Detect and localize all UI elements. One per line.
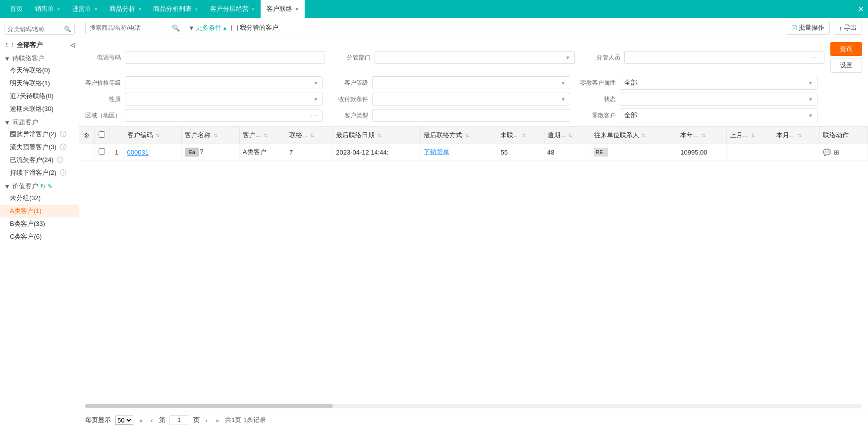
settings-button[interactable]: 设置 — [830, 58, 862, 73]
close-icon[interactable]: × — [138, 6, 141, 12]
filter-status: 状态 ▼ — [580, 93, 817, 106]
group-value-customers[interactable]: ▼ 价值客户 ↻ ✎ — [0, 179, 79, 192]
row-checkbox[interactable] — [99, 148, 105, 155]
page-next-button[interactable]: › — [204, 416, 210, 425]
sidebar-item-hoard-abnormal[interactable]: 囤购异常客户(2) ⓘ — [0, 128, 79, 141]
per-page-select[interactable]: 50 — [115, 416, 133, 425]
col-header-overdue[interactable]: 逾期... ⇅ — [544, 127, 591, 144]
page-first-button[interactable]: « — [137, 416, 145, 425]
main-search-input[interactable] — [90, 24, 172, 31]
edit-icon[interactable]: ✎ — [48, 183, 53, 190]
home-label: 首页 — [10, 4, 23, 13]
sidebar-item-tomorrow-pending[interactable]: 明天待联络(1) — [0, 77, 79, 90]
retail-attr-select[interactable]: 全部 ▼ — [620, 76, 817, 90]
nav-tab-sales[interactable]: 销售单 × — [29, 0, 66, 18]
col-header-type[interactable]: 客户... ⇅ — [239, 127, 286, 144]
settings-column-header[interactable]: ⚙ — [79, 127, 94, 144]
group-label: 价值客户 — [12, 182, 38, 191]
my-customers-check[interactable] — [231, 25, 238, 31]
col-header-uncontacted[interactable]: 未联... ⇅ — [497, 127, 544, 144]
price-level-select[interactable]: ▼ — [125, 76, 323, 89]
export-button[interactable]: ↑ 导出 — [834, 21, 863, 35]
group-pending-contact[interactable]: ▼ 待联络客户 — [0, 52, 79, 64]
col-header-last-way[interactable]: 最后联络方式 ⇅ — [421, 127, 497, 144]
col-header-this-year[interactable]: 本年... ⇅ — [677, 127, 727, 144]
sidebar-item-today-pending[interactable]: 今天待联络(0) — [0, 64, 79, 77]
col-header-last-date[interactable]: 最后联络日期 ⇅ — [333, 127, 421, 144]
per-page-label: 每页显示 — [85, 416, 111, 425]
sidebar-item-churned[interactable]: 已流失客户(24) ⓘ — [0, 154, 79, 166]
page-prev-button[interactable]: ‹ — [149, 416, 155, 425]
close-icon[interactable]: × — [252, 6, 255, 12]
sidebar-item-overdue-contact[interactable]: 逾期未联络(30) — [0, 103, 79, 115]
region-input[interactable]: ··· — [125, 109, 323, 122]
customer-level-select[interactable]: ▼ — [372, 76, 570, 89]
col-header-company-contact[interactable]: 往来单位联系人 ⇅ — [591, 127, 677, 144]
tab-label: 客户联络 — [267, 4, 292, 13]
nav-tab-product-list[interactable]: 商品分析列表 × — [147, 0, 204, 18]
close-icon[interactable]: × — [57, 6, 60, 12]
query-button[interactable]: 查询 — [830, 42, 862, 56]
close-all-button[interactable]: ✕ — [858, 4, 864, 14]
all-customers-header[interactable]: ⋮⋮ 全部客户 ◁ — [0, 39, 79, 52]
nature-select[interactable]: ▼ — [125, 93, 323, 106]
chat-icon[interactable]: 💬 — [823, 149, 831, 156]
payment-select[interactable]: ▼ — [372, 93, 570, 106]
retail-select[interactable]: 全部 ▼ — [620, 108, 817, 122]
nav-tab-customer-segment[interactable]: 客户分层经营 × — [204, 0, 261, 18]
tab-label: 客户分层经营 — [210, 4, 249, 13]
page-last-button[interactable]: » — [214, 416, 221, 425]
sort-icon: ⇅ — [214, 133, 217, 138]
group-problem-customers[interactable]: ▼ 问题客户 — [0, 115, 79, 128]
my-customers-checkbox[interactable]: 我分管的客户 — [231, 23, 278, 32]
fold-icon[interactable]: ◁ — [70, 42, 75, 49]
sidebar-search-box[interactable]: 🔍 — [4, 24, 75, 35]
customer-type-input[interactable] — [372, 109, 570, 122]
close-icon[interactable]: × — [94, 6, 97, 12]
nav-tab-customer-contact[interactable]: 客户联络 × — [261, 0, 304, 18]
select-all-checkbox[interactable] — [99, 131, 105, 138]
sidebar-item-class-c[interactable]: C类客户(6) — [0, 230, 79, 243]
sidebar-item-class-b[interactable]: B类客户(33) — [0, 217, 79, 230]
nav-tab-product-analysis[interactable]: 商品分析 × — [104, 0, 147, 18]
col-header-code[interactable]: 客户编码 ⇅ — [124, 127, 182, 144]
close-icon[interactable]: × — [295, 6, 298, 12]
nav-tab-purchase[interactable]: 进货单 × — [66, 0, 103, 18]
chevron-down-icon: ▼ — [808, 80, 813, 86]
sidebar-item-ungrouped[interactable]: 未分组(32) — [0, 192, 79, 205]
row-last-way[interactable]: 下销货单 — [421, 144, 497, 160]
status-select[interactable]: ▼ — [620, 93, 817, 106]
refresh-icon[interactable]: ↻ — [40, 183, 46, 190]
dept-select[interactable]: ▼ — [375, 51, 575, 64]
row-checkbox-cell[interactable] — [94, 144, 109, 160]
sidebar-item-class-a[interactable]: A类客户(1) — [0, 205, 79, 217]
horizontal-scrollbar[interactable] — [85, 404, 862, 408]
col-header-contact[interactable]: 联络... ⇅ — [286, 127, 333, 144]
sidebar-item-churn-warning[interactable]: 流失预警客户(3) ⓘ — [0, 141, 79, 154]
sort-icon: ⇅ — [378, 133, 381, 138]
filter-region: 区域（地区） ··· — [85, 109, 323, 122]
close-icon[interactable]: × — [195, 6, 198, 12]
nav-home[interactable]: 首页 — [4, 0, 29, 18]
sidebar-search-input[interactable] — [7, 26, 64, 33]
col-header-last-month[interactable]: 上月... ⇅ — [727, 127, 773, 144]
sidebar-item-7days-pending[interactable]: 近7天待联络(0) — [0, 90, 79, 103]
search-icon: 🔍 — [64, 26, 71, 33]
col-header-name[interactable]: 客户名称 ⇅ — [182, 127, 240, 144]
batch-ops-button[interactable]: ☑ 批量操作 — [786, 21, 830, 35]
row-code[interactable]: 000031 — [124, 144, 182, 160]
scrollbar-thumb[interactable] — [85, 404, 333, 408]
main-search-box[interactable]: 🔍 — [85, 22, 184, 34]
row-this-month — [773, 144, 820, 160]
name-avatar: Ea — [185, 148, 199, 157]
phone-input[interactable] — [125, 51, 325, 64]
grid-icon[interactable]: ⊞ — [834, 149, 839, 156]
more-conditions-button[interactable]: ▼ 更多条件 ▲ — [188, 23, 227, 32]
manager-input[interactable]: ··· — [624, 51, 824, 64]
info-icon: ⓘ — [60, 143, 66, 151]
page-number-input[interactable] — [169, 415, 189, 425]
checkbox-column-header[interactable] — [94, 127, 109, 144]
col-header-this-month[interactable]: 本月... ⇅ — [773, 127, 820, 144]
sidebar-item-declining[interactable]: 持续下滑客户(2) ⓘ — [0, 166, 79, 179]
more-icon: ··· — [812, 54, 820, 61]
